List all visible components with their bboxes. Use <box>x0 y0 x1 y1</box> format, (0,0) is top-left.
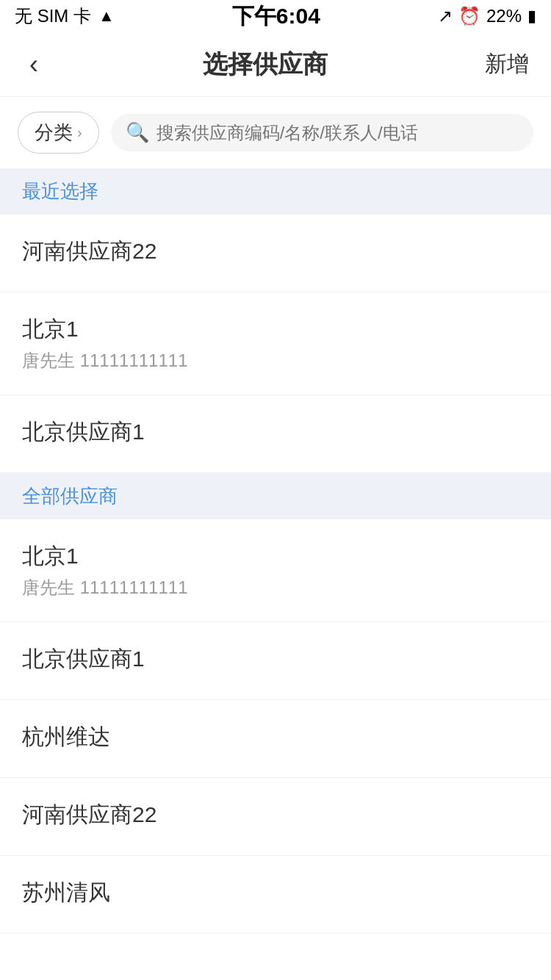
item-sub: 唐先生 11111111111 <box>22 349 529 372</box>
battery-icon: ▮ <box>527 7 536 26</box>
status-left: 无 SIM 卡 ▲ <box>15 4 115 28</box>
wifi-icon: ▲ <box>98 7 115 26</box>
item-name: 河南供应商22 <box>22 800 529 830</box>
nav-bar: ‹ 选择供应商 新增 <box>0 32 551 97</box>
recent-list: 河南供应商22北京1唐先生 11111111111北京供应商1 <box>0 215 551 473</box>
status-bar: 无 SIM 卡 ▲ 下午6:04 ↗ ⏰ 22% ▮ <box>0 0 551 32</box>
item-name: 北京1 <box>22 314 529 345</box>
all-section-header: 全部供应商 <box>0 473 551 519</box>
carrier-text: 无 SIM 卡 <box>15 4 91 28</box>
add-button[interactable]: 新增 <box>485 49 529 79</box>
recent-list-item[interactable]: 河南供应商22 <box>0 215 551 292</box>
all-list-item[interactable]: 河南供应商22 <box>0 778 551 856</box>
item-name: 北京供应商1 <box>22 644 529 674</box>
location-icon: ↗ <box>438 6 453 26</box>
item-name: 北京供应商1 <box>22 417 529 447</box>
item-name: 杭州维达 <box>22 722 529 752</box>
recent-list-item[interactable]: 北京供应商1 <box>0 395 551 473</box>
search-icon: 🔍 <box>126 121 149 144</box>
search-bar: 分类 › 🔍 <box>0 97 551 168</box>
search-input[interactable] <box>156 123 519 143</box>
all-list-item[interactable]: 北京1唐先生 11111111111 <box>0 519 551 622</box>
back-button[interactable]: ‹ <box>22 42 46 87</box>
chevron-right-icon: › <box>77 124 82 141</box>
battery-text: 22% <box>486 6 522 26</box>
all-list: 北京1唐先生 11111111111北京供应商1杭州维达河南供应商22苏州清风 <box>0 519 551 934</box>
status-time: 下午6:04 <box>232 1 320 32</box>
status-right: ↗ ⏰ 22% ▮ <box>438 6 536 26</box>
category-button[interactable]: 分类 › <box>18 112 99 154</box>
recent-section-label: 最近选择 <box>22 180 98 202</box>
all-list-item[interactable]: 杭州维达 <box>0 700 551 778</box>
item-name: 苏州清风 <box>22 878 529 908</box>
category-label: 分类 <box>35 120 73 145</box>
item-name: 河南供应商22 <box>22 237 529 267</box>
item-sub: 唐先生 11111111111 <box>22 576 529 599</box>
item-name: 北京1 <box>22 541 529 572</box>
recent-list-item[interactable]: 北京1唐先生 11111111111 <box>0 292 551 395</box>
recent-section-header: 最近选择 <box>0 168 551 215</box>
search-input-wrap: 🔍 <box>111 114 533 151</box>
alarm-icon: ⏰ <box>458 6 480 26</box>
all-list-item[interactable]: 苏州清风 <box>0 856 551 934</box>
page-title: 选择供应商 <box>203 48 328 82</box>
all-section-label: 全部供应商 <box>22 485 118 507</box>
all-list-item[interactable]: 北京供应商1 <box>0 622 551 700</box>
